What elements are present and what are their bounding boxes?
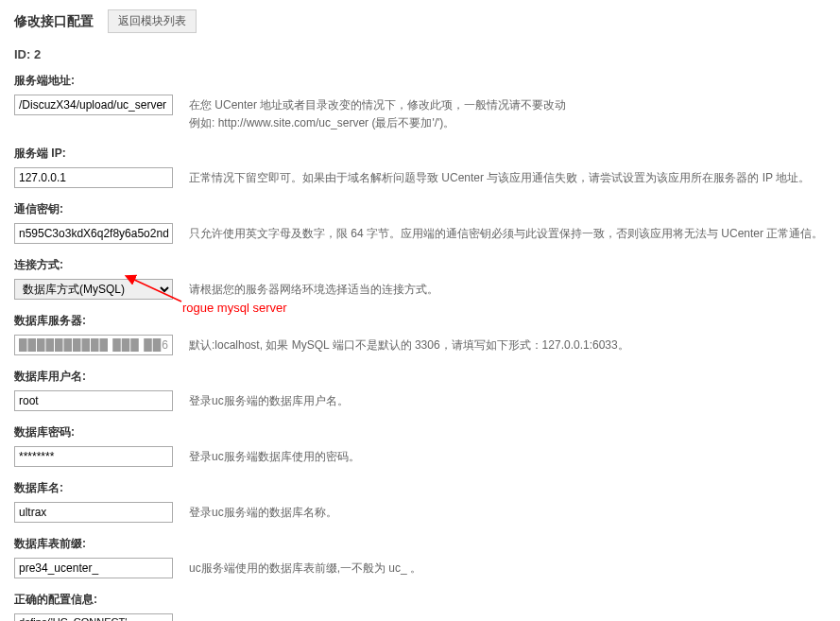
field-db-password: 数据库密码: 登录uc服务端数据库使用的密码。 (14, 424, 826, 467)
field-connect-type: 连接方式: 数据库方式(MySQL) 请根据您的服务器网络环境选择适当的连接方式… (14, 257, 826, 300)
help-server-ip: 正常情况下留空即可。如果由于域名解析问题导致 UCenter 与该应用通信失败，… (189, 167, 810, 187)
annotation-text: rogue mysql server (182, 301, 287, 315)
help-db-password: 登录uc服务端数据库使用的密码。 (189, 446, 360, 466)
label-comm-key: 通信密钥: (14, 201, 826, 217)
field-server-address: 服务端地址: 在您 UCenter 地址或者目录改变的情况下，修改此项，一般情况… (14, 73, 826, 132)
id-label: ID: 2 (14, 47, 826, 61)
field-config-info: 正确的配置信息: define('UC_CONNECT', 'mysql'); … (14, 592, 826, 621)
help-server-address: 在您 UCenter 地址或者目录改变的情况下，修改此项，一般情况请不要改动 例… (189, 95, 566, 132)
input-db-prefix[interactable] (14, 558, 173, 578)
field-db-server: 数据库服务器: 默认:localhost, 如果 MySQL 端口不是默认的 3… (14, 313, 826, 355)
input-server-address[interactable] (14, 95, 173, 115)
field-db-prefix: 数据库表前缀: uc服务端使用的数据库表前缀,一不般为 uc_ 。 (14, 536, 826, 578)
help-comm-key: 只允许使用英文字母及数字，限 64 字节。应用端的通信密钥必须与此设置保持一致，… (189, 223, 823, 243)
label-db-prefix: 数据库表前缀: (14, 536, 826, 552)
textarea-config-info[interactable]: define('UC_CONNECT', 'mysql'); define('U… (14, 613, 173, 621)
field-comm-key: 通信密钥: 只允许使用英文字母及数字，限 64 字节。应用端的通信密钥必须与此设… (14, 201, 826, 244)
label-server-address: 服务端地址: (14, 73, 826, 89)
label-db-server: 数据库服务器: (14, 313, 826, 329)
page-title: 修改接口配置 (14, 13, 94, 30)
help-connect-type: 请根据您的服务器网络环境选择适当的连接方式。 (189, 279, 438, 299)
label-db-password: 数据库密码: (14, 424, 826, 440)
input-server-ip[interactable] (14, 167, 173, 188)
field-server-ip: 服务端 IP: 正常情况下留空即可。如果由于域名解析问题导致 UCenter 与… (14, 146, 826, 188)
help-db-server: 默认:localhost, 如果 MySQL 端口不是默认的 3306，请填写如… (189, 335, 629, 354)
page-header: 修改接口配置 返回模块列表 (14, 9, 826, 33)
label-connect-type: 连接方式: (14, 257, 826, 273)
select-connect-type[interactable]: 数据库方式(MySQL) (14, 279, 173, 300)
help-db-prefix: uc服务端使用的数据库表前缀,一不般为 uc_ 。 (189, 558, 421, 578)
label-config-info: 正确的配置信息: (14, 592, 826, 608)
input-db-server[interactable] (14, 335, 173, 355)
help-db-name: 登录uc服务端的数据库名称。 (189, 502, 337, 522)
label-db-user: 数据库用户名: (14, 369, 826, 385)
back-to-module-list-button[interactable]: 返回模块列表 (108, 9, 197, 33)
help-config-info: 当应用的 UCenter 配置信息丢失时可复制左侧的代码到应用的配置文件中 (189, 613, 555, 621)
help-db-user: 登录uc服务端的数据库用户名。 (189, 390, 349, 410)
label-server-ip: 服务端 IP: (14, 146, 826, 162)
field-db-user: 数据库用户名: 登录uc服务端的数据库用户名。 (14, 369, 826, 411)
input-db-password[interactable] (14, 446, 173, 467)
input-db-name[interactable] (14, 502, 173, 523)
input-db-user[interactable] (14, 390, 173, 411)
field-db-name: 数据库名: 登录uc服务端的数据库名称。 (14, 480, 826, 523)
input-comm-key[interactable] (14, 223, 173, 244)
label-db-name: 数据库名: (14, 480, 826, 496)
